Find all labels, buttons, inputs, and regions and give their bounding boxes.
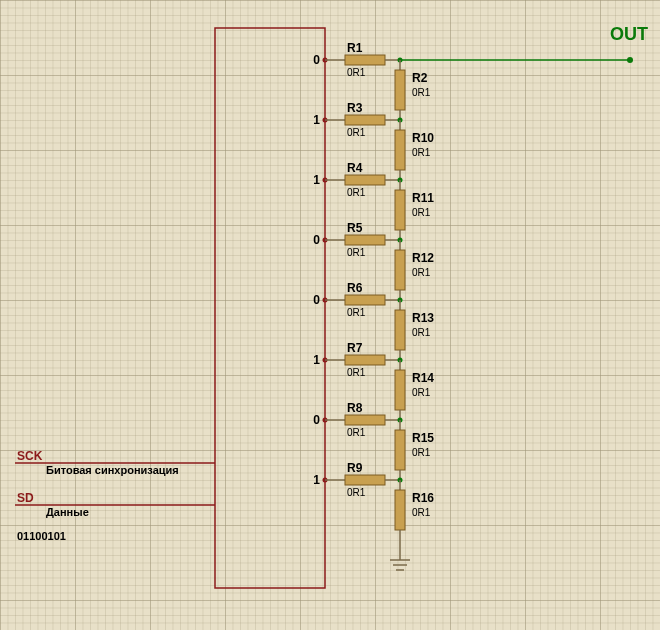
res-h-6-val: 0R1 — [347, 427, 366, 438]
vres-6: R15 0R1 — [395, 420, 434, 480]
ic-block — [215, 28, 325, 588]
svg-rect-37 — [345, 355, 385, 365]
res-v-3-ref: R12 — [412, 251, 434, 265]
row-7: 0 R8 0R1 — [313, 401, 402, 438]
res-v-1-val: 0R1 — [412, 147, 431, 158]
res-v-5-ref: R14 — [412, 371, 434, 385]
svg-rect-21 — [345, 235, 385, 245]
res-h-1-val: 0R1 — [347, 127, 366, 138]
svg-rect-17 — [395, 190, 405, 230]
bit-3: 0 — [313, 233, 320, 247]
svg-rect-41 — [395, 370, 405, 410]
svg-rect-29 — [345, 295, 385, 305]
svg-rect-49 — [395, 430, 405, 470]
res-v-4-ref: R13 — [412, 311, 434, 325]
vres-4: R13 0R1 — [395, 300, 434, 360]
res-v-2-ref: R11 — [412, 191, 434, 205]
row-3: 1 R4 0R1 — [313, 161, 402, 198]
res-h-5-val: 0R1 — [347, 367, 366, 378]
res-h-4-ref: R6 — [347, 281, 363, 295]
res-v-2-val: 0R1 — [412, 207, 431, 218]
res-h-4-val: 0R1 — [347, 307, 366, 318]
bit-0: 0 — [313, 53, 320, 67]
svg-rect-45 — [345, 415, 385, 425]
res-h-2-val: 0R1 — [347, 187, 366, 198]
row-1: 0 R1 0R1 — [313, 41, 402, 78]
res-v-7-val: 0R1 — [412, 507, 431, 518]
res-h-2-ref: R4 — [347, 161, 363, 175]
res-h-0-val: 0R1 — [347, 67, 366, 78]
res-v-5-val: 0R1 — [412, 387, 431, 398]
res-h-3-ref: R5 — [347, 221, 363, 235]
sck-name: SCK — [17, 449, 43, 463]
row-2: 1 R3 0R1 — [313, 101, 402, 138]
bit-4: 0 — [313, 293, 320, 307]
res-h-7-ref: R9 — [347, 461, 363, 475]
bit-6: 0 — [313, 413, 320, 427]
svg-rect-33 — [395, 310, 405, 350]
res-h-5-ref: R7 — [347, 341, 363, 355]
resistor-v-0 — [395, 70, 405, 110]
res-v-6-ref: R15 — [412, 431, 434, 445]
res-h-0-ref: R1 — [347, 41, 363, 55]
row-8: 1 R9 0R1 — [313, 461, 402, 498]
res-v-6-val: 0R1 — [412, 447, 431, 458]
res-v-0-val: 0R1 — [412, 87, 431, 98]
res-v-1-ref: R10 — [412, 131, 434, 145]
bit-7: 1 — [313, 473, 320, 487]
resistor-h-0 — [345, 55, 385, 65]
vres-0: R2 0R1 — [395, 60, 431, 120]
res-h-7-val: 0R1 — [347, 487, 366, 498]
vres-3: R12 0R1 — [395, 240, 434, 300]
vres-2: R11 0R1 — [395, 180, 434, 240]
res-h-3-val: 0R1 — [347, 247, 366, 258]
bit-5: 1 — [313, 353, 320, 367]
row-6: 1 R7 0R1 — [313, 341, 402, 378]
schematic: OUT SCK Битовая синхронизация SD Данные … — [0, 0, 660, 630]
bit-1: 1 — [313, 113, 320, 127]
res-h-6-ref: R8 — [347, 401, 363, 415]
out-terminal — [627, 57, 633, 63]
sd-name: SD — [17, 491, 34, 505]
svg-rect-57 — [395, 490, 405, 530]
svg-rect-13 — [345, 175, 385, 185]
vres-1: R10 0R1 — [395, 120, 434, 180]
svg-rect-25 — [395, 250, 405, 290]
res-v-0-ref: R2 — [412, 71, 428, 85]
res-v-7-ref: R16 — [412, 491, 434, 505]
res-h-1-ref: R3 — [347, 101, 363, 115]
svg-rect-53 — [345, 475, 385, 485]
ground-icon — [390, 560, 410, 570]
out-label: OUT — [610, 24, 648, 44]
svg-rect-9 — [395, 130, 405, 170]
vres-7: R16 0R1 — [395, 480, 434, 560]
row-5: 0 R6 0R1 — [313, 281, 402, 318]
res-v-3-val: 0R1 — [412, 267, 431, 278]
bit-2: 1 — [313, 173, 320, 187]
bitstring: 01100101 — [17, 530, 66, 542]
sd-desc: Данные — [46, 506, 89, 518]
row-4: 0 R5 0R1 — [313, 221, 402, 258]
sck-desc: Битовая синхронизация — [46, 464, 179, 476]
vres-5: R14 0R1 — [395, 360, 434, 420]
res-v-4-val: 0R1 — [412, 327, 431, 338]
resistor-h-1 — [345, 115, 385, 125]
rows: 0 R1 0R1 R2 0R1 1 R3 0R1 — [313, 41, 434, 560]
